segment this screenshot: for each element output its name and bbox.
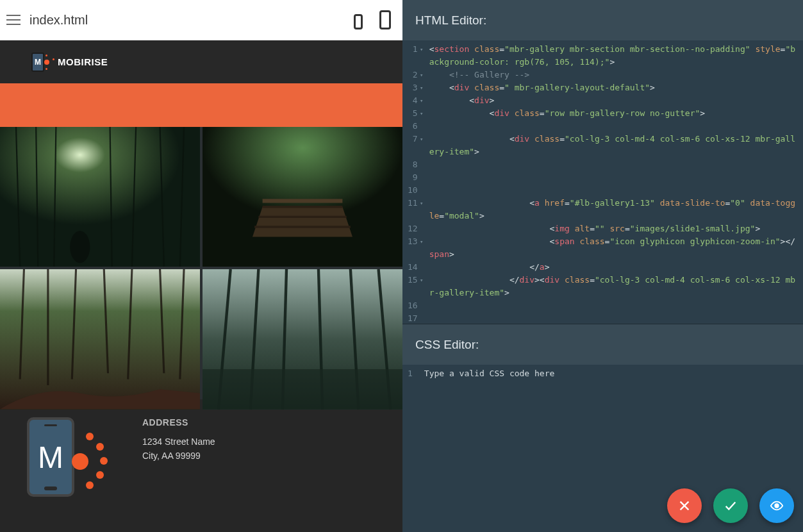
cancel-button[interactable]: [667, 488, 702, 523]
svg-point-9: [70, 231, 90, 263]
svg-rect-1: [0, 127, 200, 267]
hero-strip: [0, 83, 402, 127]
gallery-tile[interactable]: [203, 269, 402, 409]
address-line: City, AA 99999: [142, 449, 215, 463]
preview-pane: index.html M MOBIRISE: [0, 0, 402, 532]
editor-pane: HTML Editor: 1▾2▾3▾4▾5▾6 7▾8 9 10 11▾12 …: [402, 0, 803, 532]
html-editor[interactable]: 1▾2▾3▾4▾5▾6 7▾8 9 10 11▾12 13▾14 15▾16 1…: [402, 40, 803, 324]
site-footer: M ADDRESS 1234 Street Name City, AA 9999…: [0, 399, 402, 532]
tablet-icon[interactable]: [379, 10, 391, 29]
svg-rect-16: [263, 199, 343, 203]
css-editor-title: CSS Editor:: [402, 324, 803, 365]
hamburger-icon[interactable]: [6, 15, 21, 25]
address-line: 1234 Street Name: [142, 435, 215, 449]
footer-address: ADDRESS 1234 Street Name City, AA 99999: [142, 417, 215, 514]
gallery-tile[interactable]: [0, 127, 200, 267]
preview-button[interactable]: [759, 488, 794, 523]
gallery-tile[interactable]: [0, 269, 200, 409]
accept-button[interactable]: [713, 488, 748, 523]
svg-point-37: [775, 504, 779, 508]
css-placeholder: Type a valid CSS code here: [424, 367, 798, 380]
footer-logo: M: [27, 417, 104, 501]
address-title: ADDRESS: [142, 417, 215, 428]
svg-rect-18: [0, 269, 200, 409]
svg-marker-12: [252, 207, 352, 237]
phone-icon[interactable]: [354, 14, 363, 29]
brand-logo: M: [27, 51, 49, 73]
site-header: M MOBIRISE: [0, 40, 402, 83]
app-topbar: index.html: [0, 0, 402, 40]
html-editor-title: HTML Editor:: [402, 0, 803, 40]
action-buttons: [667, 488, 794, 523]
svg-rect-34: [203, 369, 402, 409]
svg-rect-11: [203, 127, 402, 267]
file-title: index.html: [29, 13, 88, 28]
gallery-tile[interactable]: [203, 127, 402, 267]
device-switcher: [354, 10, 396, 29]
gallery: [0, 127, 402, 399]
brand-name: MOBIRISE: [58, 56, 108, 67]
